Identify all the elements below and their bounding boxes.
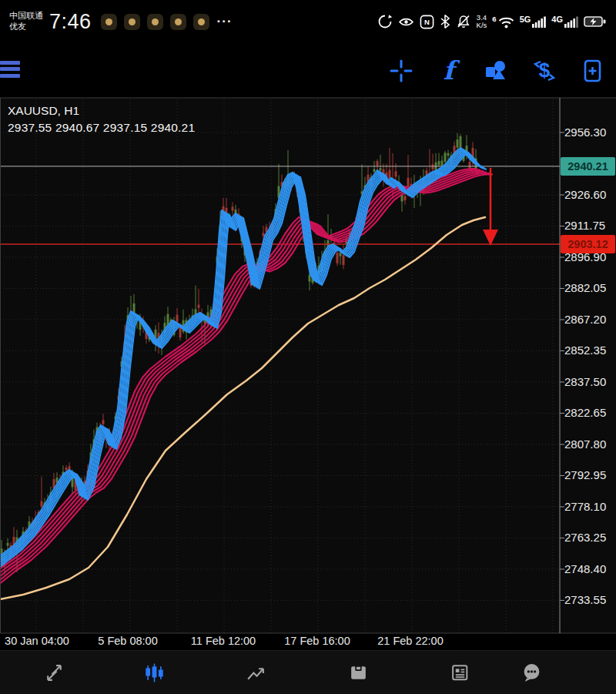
nav-charts[interactable]: [127, 651, 181, 694]
chart-toolbar: f $: [0, 43, 616, 98]
net-speed: 3.4 K/s: [477, 14, 487, 29]
wifi-icon: 6: [492, 15, 514, 28]
nav-trade[interactable]: [229, 651, 283, 694]
svg-text:N: N: [424, 18, 430, 26]
status-icons: N 3.4 K/s 6: [377, 14, 607, 29]
objects-icon[interactable]: [483, 56, 510, 85]
y-axis-label: 2822.65: [564, 406, 615, 419]
y-axis-label: 2807.80: [564, 438, 615, 451]
status-bar: 中国联通 优友 7:46 ··· N: [0, 0, 616, 43]
bottom-nav: [0, 650, 616, 694]
y-axis-label: 2792.95: [564, 468, 615, 481]
current-price-badge: 2940.21: [561, 157, 615, 176]
y-axis-label: 2956.30: [564, 126, 615, 139]
carrier-label: 中国联通 优友: [9, 11, 43, 32]
more-notifications-icon: ···: [217, 14, 233, 29]
notification-app-icon: [193, 14, 209, 30]
notification-app-icon: [101, 14, 117, 30]
y-axis-label: 2733.55: [564, 593, 615, 606]
crosshair-icon[interactable]: [387, 56, 414, 85]
history-icon: [348, 662, 369, 683]
new-chart-icon[interactable]: [578, 56, 605, 85]
data-saver-icon: [377, 14, 393, 29]
eye-protection-icon: [398, 15, 414, 29]
y-axis-label: 2837.50: [564, 375, 615, 388]
menu-icon[interactable]: [0, 58, 22, 82]
price-chart[interactable]: [0, 0, 616, 694]
screen: 中国联通 优友 7:46 ··· N: [0, 0, 616, 694]
quotes-icon: [44, 662, 65, 683]
bluetooth-icon: [440, 14, 450, 29]
nav-news[interactable]: [433, 651, 487, 694]
y-axis-label: 2778.10: [564, 500, 615, 513]
notification-app-icon: [170, 14, 186, 30]
ohlc-values: 2937.55 2940.67 2937.15 2940.21: [8, 121, 195, 135]
y-axis-label: 2763.25: [564, 531, 615, 544]
trade-dollar-icon[interactable]: $: [531, 56, 557, 85]
x-axis-label: 30 Jan 04:00: [5, 635, 69, 647]
notification-app-icon: [147, 14, 163, 30]
y-axis-label: 2867.20: [564, 313, 615, 326]
clock: 7:46: [49, 10, 92, 34]
y-axis-label: 2882.05: [564, 281, 615, 294]
level-price-badge: 2903.12: [561, 235, 615, 253]
y-axis-label: 2852.35: [564, 344, 615, 357]
x-axis-label: 17 Feb 16:00: [284, 635, 350, 647]
mute-icon: [456, 14, 471, 29]
x-axis-label: 11 Feb 12:00: [191, 635, 256, 647]
messages-icon: [521, 662, 542, 683]
nfc-icon: N: [420, 15, 434, 29]
signal-4g-icon: 4G: [551, 15, 578, 28]
news-icon: [450, 662, 470, 683]
battery-icon: [584, 15, 607, 28]
signal-5g-icon: 5G: [520, 15, 547, 28]
symbol-title: XAUUSD, H1: [8, 104, 79, 118]
y-axis-label: 2911.75: [564, 219, 615, 232]
notification-icons: [101, 14, 209, 30]
y-axis-label: 2748.40: [564, 562, 615, 575]
x-axis-label: 21 Feb 22:00: [377, 635, 443, 647]
x-axis-label: 5 Feb 08:00: [98, 635, 157, 647]
nav-messages[interactable]: [504, 651, 558, 694]
y-axis-label: 2926.60: [564, 188, 615, 201]
charts-icon: [144, 662, 165, 683]
notification-app-icon: [124, 14, 140, 30]
trade-icon: [246, 662, 266, 683]
indicators-icon[interactable]: f: [435, 56, 462, 85]
nav-quotes[interactable]: [27, 651, 81, 694]
nav-history[interactable]: [331, 651, 385, 694]
